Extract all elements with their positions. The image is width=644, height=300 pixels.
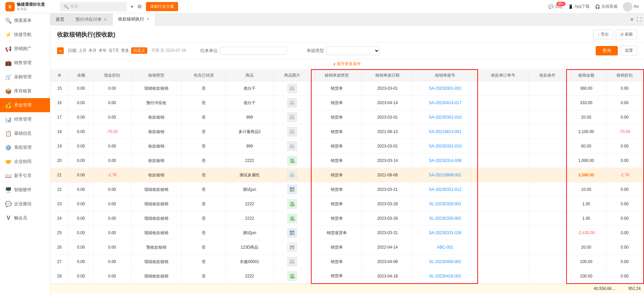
bill-no-link[interactable]: SL-20230408-001	[429, 259, 461, 264]
search-dropdown-btn[interactable]: ▾	[131, 4, 133, 9]
table-area: ⚙ 余额 现金折扣 核销类型 包含已结清 商品 商品图片 核销单据类型 核销单据…	[50, 69, 644, 300]
cell-bill-type: 销货单	[311, 211, 362, 226]
sidebar-item-system[interactable]: ⚙️ 系统管理	[0, 140, 50, 155]
cell-product: 2222	[226, 197, 273, 211]
this-month-link[interactable]: 本月	[89, 48, 97, 53]
bill-no-link[interactable]: SA-20210813-001	[429, 129, 461, 134]
filter-expand-btn[interactable]: »	[57, 47, 64, 54]
bill-no-link[interactable]: SA-20230301-010	[429, 144, 461, 148]
user-item[interactable]: Rit	[623, 2, 639, 11]
refresh-btn[interactable]: ↺ 刷新	[616, 30, 637, 39]
svg-rect-0	[289, 86, 295, 91]
sidebar-item-basics[interactable]: 📋 基础信息	[0, 126, 50, 140]
sidebar-item-marketing[interactable]: 📢 营销推广	[0, 42, 50, 56]
online-service-item[interactable]: 🎧 在线客服	[595, 4, 618, 9]
sidebar-item-quick[interactable]: ⚡ 快捷导航	[0, 28, 50, 42]
tab-home[interactable]: 首页	[50, 13, 70, 26]
tab-prepay[interactable]: 预付冲应付单 ✕	[70, 13, 113, 26]
bill-no-link[interactable]: SA-20230314-008	[429, 158, 461, 163]
sidebar-item-operations[interactable]: 📊 经营管理	[0, 112, 50, 126]
this-year-link[interactable]: 本年	[99, 48, 107, 53]
filter-settings-btn[interactable]: 设置	[621, 46, 637, 55]
chevron-down-icon: ▾	[333, 62, 335, 67]
cell-cash-discount: 0.00	[93, 240, 131, 255]
receipt-type-select[interactable]	[326, 46, 380, 55]
bill-no-link[interactable]: SA-20230321-012	[429, 187, 461, 192]
search-input-top[interactable]: 🔍 搜索	[60, 2, 127, 11]
sidebar-item-guide[interactable]: 📖 新手引导	[0, 169, 50, 183]
refresh-icon: ↺	[620, 32, 624, 37]
bill-no-link[interactable]: SA-20230301-001	[429, 86, 461, 91]
sidebar-item-finance[interactable]: 💰 资金管理	[0, 98, 50, 112]
cell-writeoff-discount: 0.00	[606, 96, 644, 110]
cell-product-img	[273, 139, 311, 154]
cell-writeoff-discount: 0.00	[606, 81, 644, 96]
last7-link[interactable]: 近7天	[109, 48, 119, 53]
cell-balance: 0.00	[69, 197, 93, 211]
custom-date-badge[interactable]: 自定义	[131, 47, 147, 54]
filter-date-group: 日期 上月 本月 本年 近7天 更多 自定义	[68, 47, 147, 54]
sidebar-item-purchase[interactable]: 🛒 采购管理	[0, 70, 50, 84]
cell-id: 19	[50, 139, 69, 154]
top-bar-right: 💬 消息 99+ 📱 App下载 🎧 在线客服 Rit	[548, 2, 639, 11]
industry-btn[interactable]: 体验行业方案	[146, 2, 178, 11]
bill-no-link[interactable]: SL-20230328-002	[429, 216, 461, 221]
sidebar-item-vip[interactable]: V 畅会员	[0, 211, 50, 225]
message-item[interactable]: 💬 消息 99+	[548, 4, 563, 9]
query-btn[interactable]: 查询	[596, 46, 618, 55]
settings-gear-btn[interactable]: ⚙	[137, 3, 142, 10]
bill-no-link[interactable]: SL-20230418-001	[429, 274, 461, 278]
export-btn[interactable]: ↑ 导出	[593, 30, 613, 39]
tab-prepay-close[interactable]: ✕	[104, 17, 107, 22]
app-download-item[interactable]: 📱 App下载	[568, 4, 590, 9]
more-link[interactable]: 更多	[121, 48, 129, 53]
bill-no-link[interactable]: SA-20230331-026	[429, 230, 461, 235]
cell-bill-date: 2023-03-01	[362, 139, 413, 154]
table-row: 27 0.00 0.00 现续收款核销 否 衣服00001 销货单 2023-0…	[50, 255, 644, 269]
cell-bill-date: 2023-03-01	[362, 110, 413, 125]
sidebar-item-search[interactable]: 🔍 搜索菜单	[0, 13, 50, 28]
cell-writeoff-type: 预收款核销	[131, 240, 181, 255]
cell-product-img	[273, 240, 311, 255]
bill-no-link[interactable]: ABC-001	[437, 245, 453, 250]
cell-cash-discount: 0.00	[93, 182, 131, 197]
th-writeoff-amount: 核销金额	[567, 70, 606, 81]
product-img	[287, 243, 297, 252]
bill-no-link[interactable]: SA-20210808-001	[429, 173, 461, 177]
gear-header-icon[interactable]: ⚙	[58, 73, 61, 78]
table-row: 20 0.00 0.00 收款核销 否 2222 销货单 2023-03-14 …	[50, 154, 644, 168]
partner-input[interactable]	[220, 47, 287, 55]
cell-cash-discount: 0.00	[93, 269, 131, 284]
cell-include-settled: 否	[181, 139, 226, 154]
bill-no-link[interactable]: SA-20230301-010	[429, 115, 461, 120]
tab-writeoff-close[interactable]: ✕	[146, 17, 150, 22]
last-month-link[interactable]: 上月	[78, 48, 87, 53]
svg-rect-33	[289, 259, 295, 264]
sidebar-item-inventory[interactable]: 📦 库存核算	[0, 84, 50, 98]
page-actions: ↑ 导出 ↺ 刷新	[593, 30, 637, 39]
cell-product: 老白干	[226, 81, 273, 96]
cell-receipt-condition	[529, 226, 567, 240]
product-img	[287, 170, 297, 180]
sidebar-item-sales[interactable]: 💼 销售管理	[0, 56, 50, 70]
layout: 🔍 搜索菜单 ⚡ 快捷导航 📢 营销推广 💼 销售管理 🛒 采购管理 📦 库存核…	[0, 13, 644, 300]
bill-no-link[interactable]: SA-20230414-017	[429, 100, 461, 105]
cell-id: 18	[50, 125, 69, 139]
cell-writeoff-amount: 3,390.00	[567, 168, 606, 182]
cell-cash-discount: -2.76	[93, 168, 131, 182]
cell-receipt-condition	[529, 168, 567, 182]
cell-cash-discount: 0.00	[93, 211, 131, 226]
cell-bill-date: 2023-04-14	[362, 96, 413, 110]
sidebar-item-hardware[interactable]: 🖥️ 智能硬件	[0, 183, 50, 197]
sidebar-item-collab[interactable]: 🤝 企业协同	[0, 155, 50, 169]
tab-close-btn[interactable]: ✕	[630, 17, 634, 22]
product-img	[287, 156, 297, 165]
tab-writeoff[interactable]: 收款核销执行 ✕	[113, 13, 155, 26]
expand-conditions-btn[interactable]: ▾ 展开更多条件	[333, 61, 361, 67]
tab-expand-btn[interactable]: ⛶	[637, 17, 641, 22]
bill-no-link[interactable]: SL-20230328-001	[429, 202, 461, 206]
cell-bill-date: 2023-03-31	[362, 226, 413, 240]
cell-writeoff-amount: 1.00	[567, 211, 606, 226]
sidebar-item-wechat[interactable]: 💬 企业微信	[0, 197, 50, 211]
th-receipt-condition: 收款条件	[529, 70, 567, 81]
